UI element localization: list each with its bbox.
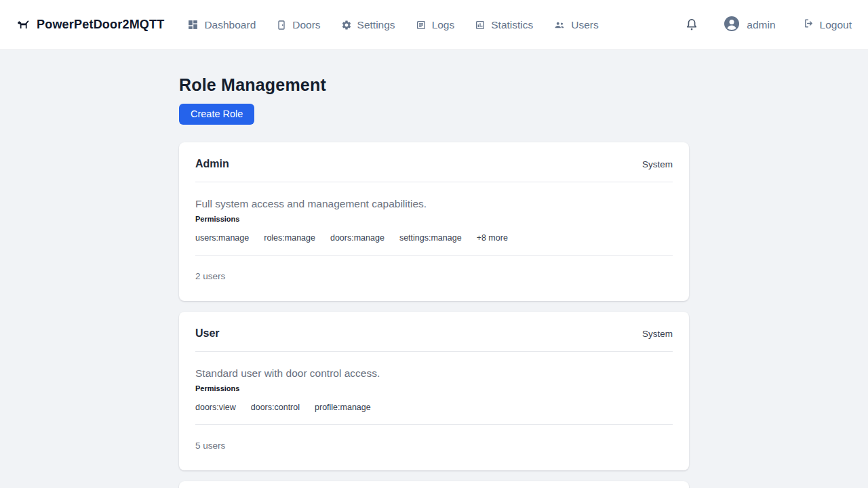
role-description: Standard user with door control access. (195, 367, 673, 380)
nav-item-doors[interactable]: Doors (276, 19, 320, 31)
nav-item-statistics[interactable]: Statistics (475, 19, 533, 31)
users-count: 5 users (195, 441, 225, 451)
door-icon (276, 20, 287, 30)
nav-label: Doors (292, 19, 320, 31)
bell-icon[interactable] (684, 18, 699, 33)
role-card-partial (179, 481, 689, 488)
role-management-page: Role Management Create Role Admin System… (179, 50, 689, 488)
nav-label: Logs (432, 19, 455, 31)
main-nav: Dashboard Doors Settings (187, 19, 598, 31)
permission-chip: profile:manage (315, 402, 371, 413)
users-icon (553, 19, 566, 31)
avatar-icon (724, 16, 740, 35)
permission-chip: +8 more (477, 232, 508, 243)
page-title: Role Management (179, 75, 689, 95)
gear-icon (341, 20, 352, 30)
nav-label: Settings (357, 19, 395, 31)
nav-label: Dashboard (204, 19, 256, 31)
permission-chip: users:manage (195, 232, 249, 243)
nav-item-users[interactable]: Users (553, 19, 598, 31)
app-header: PowerPetDoor2MQTT Dashboard Doors (0, 0, 868, 50)
dashboard-icon (187, 19, 199, 30)
brand-name: PowerPetDoor2MQTT (37, 18, 164, 32)
nav-item-dashboard[interactable]: Dashboard (187, 19, 256, 31)
role-card-body: Full system access and management capabi… (179, 182, 689, 255)
permission-chip: doors:control (251, 402, 300, 413)
role-card-user: User System Standard user with door cont… (179, 312, 689, 470)
role-card-header: User System (179, 312, 689, 351)
permission-chip: roles:manage (264, 232, 315, 243)
role-card-header: Admin System (179, 142, 689, 182)
logs-icon (416, 20, 427, 30)
role-name: User (195, 327, 220, 340)
role-card-admin: Admin System Full system access and mana… (179, 142, 689, 301)
statistics-icon (475, 20, 486, 30)
nav-label: Statistics (491, 19, 533, 31)
role-card-footer: 2 users (179, 256, 689, 301)
role-card-footer: 5 users (179, 425, 689, 470)
logout-button[interactable]: Logout (803, 18, 852, 32)
nav-item-settings[interactable]: Settings (341, 19, 395, 31)
nav-label: Users (571, 19, 598, 31)
role-description: Full system access and management capabi… (195, 197, 673, 211)
role-name: Admin (195, 157, 229, 171)
permissions-list: doors:viewdoors:controlprofile:manage (195, 402, 673, 413)
user-menu[interactable]: admin (724, 16, 775, 35)
brand: PowerPetDoor2MQTT (16, 18, 164, 32)
logout-icon (803, 18, 814, 32)
nav-item-logs[interactable]: Logs (416, 19, 455, 31)
dog-icon (16, 18, 31, 32)
permissions-list: users:manageroles:managedoors:managesett… (195, 232, 673, 243)
permission-chip: doors:manage (330, 232, 384, 243)
permissions-label: Permissions (195, 215, 673, 224)
logout-label: Logout (820, 19, 852, 31)
role-type-label: System (642, 329, 673, 339)
username: admin (747, 19, 775, 31)
header-right: admin Logout (684, 16, 852, 35)
permissions-label: Permissions (195, 384, 673, 393)
role-type-label: System (642, 159, 673, 169)
role-card-body: Standard user with door control access. … (179, 352, 689, 424)
permission-chip: doors:view (195, 402, 236, 413)
create-role-button[interactable]: Create Role (179, 104, 254, 125)
users-count: 2 users (195, 271, 225, 281)
permission-chip: settings:manage (399, 232, 462, 243)
